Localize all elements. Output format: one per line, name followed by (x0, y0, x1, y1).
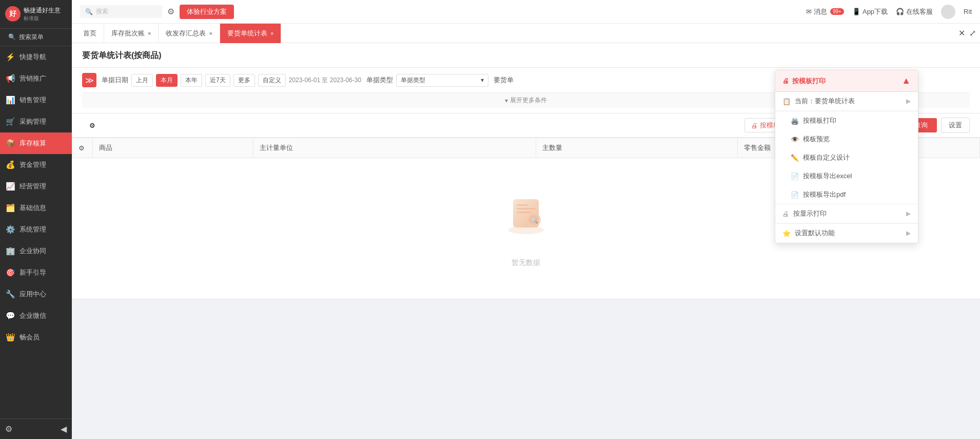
app-download-btn[interactable]: 📱 App下载 (852, 7, 888, 16)
tab-batch[interactable]: 库存批次账 × (104, 24, 159, 43)
tab-batch-close[interactable]: × (148, 30, 151, 36)
template-design-icon: ✏️ (791, 154, 799, 162)
vip-icon: 👑 (5, 332, 15, 342)
sidebar-item-finance[interactable]: 💰 资金管理 (0, 154, 72, 176)
online-service-btn[interactable]: 🎧 在线客服 (896, 7, 933, 16)
messages-btn[interactable]: ✉ 消息 99+ (806, 7, 844, 16)
date-filter-group: 单据日期 上月 本月 本年 近7天 更多 自定义 2023-06-01 至 20… (102, 74, 361, 87)
sidebar-item-basic[interactable]: 🗂️ 基础信息 (0, 197, 72, 219)
col-product: 商品 (93, 138, 253, 158)
template-preview-icon: 👁️ (791, 136, 799, 143)
tabbar-close-all-icon[interactable]: ✕ (958, 28, 965, 38)
sidebar-item-system[interactable]: ⚙️ 系统管理 (0, 219, 72, 240)
tab-order-stats-close[interactable]: × (270, 30, 273, 36)
user-name: Rit (964, 8, 972, 15)
marketing-icon: 📢 (5, 73, 15, 84)
sidebar-item-vip[interactable]: 👑 畅会员 (0, 327, 72, 348)
type-select[interactable]: 单据类型 ▾ (396, 74, 488, 87)
wechat-icon: 💬 (5, 311, 15, 321)
basic-icon: 🗂️ (5, 203, 15, 213)
svg-rect-5 (517, 212, 531, 213)
date-btn-7days[interactable]: 近7天 (205, 74, 230, 87)
finance-icon: 💰 (5, 160, 15, 170)
date-btn-last-month[interactable]: 上月 (131, 74, 153, 87)
dropdown-items-section: 🖨️ 按模板打印 👁️ 模板预览 ✏️ 模板自定义设计 (775, 111, 918, 204)
settings-btn[interactable]: 设置 (941, 118, 970, 133)
tab-home[interactable]: 首页 (76, 24, 104, 43)
sidebar-item-wechat[interactable]: 💬 企业微信 (0, 305, 72, 327)
sidebar-item-marketing[interactable]: 📢 营销推广 (0, 68, 72, 89)
settings-footer-icon[interactable]: ⚙ (5, 424, 12, 434)
filter-collapse-btn[interactable]: ≫ (82, 73, 96, 87)
service-icon: 🎧 (896, 8, 904, 15)
svg-rect-4 (517, 208, 535, 209)
enterprise-icon: 🏢 (5, 246, 15, 256)
current-chevron-icon: ▶ (906, 98, 911, 105)
dropdown-current-item[interactable]: 📋 当前：要货单统计表 ▶ (775, 92, 918, 111)
date-btn-more[interactable]: 更多 (233, 74, 255, 87)
dropdown-set-default[interactable]: ⭐ 设置默认功能 ▶ (775, 224, 918, 243)
date-btn-this-month[interactable]: 本月 (156, 74, 178, 87)
date-btn-this-year[interactable]: 本年 (181, 74, 202, 87)
toolbar-left: ⚙ (82, 122, 103, 129)
date-btn-custom[interactable]: 自定义 (258, 74, 286, 87)
tabbar-expand-icon[interactable]: ⤢ (969, 28, 976, 38)
message-icon: ✉ (806, 8, 812, 15)
print-dropdown: 🖨 按模板打印 ▲ 📋 当前：要货单统计表 ▶ 🖨️ (775, 70, 918, 244)
dropdown-item-template-print[interactable]: 🖨️ 按模板打印 (775, 111, 918, 130)
avatar[interactable] (941, 5, 955, 19)
current-item-left: 📋 当前：要货单统计表 (782, 97, 855, 106)
search-icon: 🔍 (8, 33, 16, 41)
collapse-icon[interactable]: ◀ (61, 424, 67, 434)
dropdown-item-template-preview[interactable]: 👁️ 模板预览 (775, 130, 918, 148)
topbar-gear-icon[interactable]: ⚙ (167, 7, 174, 16)
sidebar-item-appstore[interactable]: 🔧 应用中心 (0, 283, 72, 305)
sidebar-item-operations[interactable]: 📈 经营管理 (0, 176, 72, 197)
sidebar-footer: ⚙ ◀ (0, 418, 72, 439)
topbar-search-box[interactable]: 🔍 搜索 (80, 5, 162, 18)
printer-dropdown-icon: 🖨 (782, 77, 789, 85)
dropdown-item-export-excel[interactable]: 📄 按模板导出excel (775, 167, 918, 185)
sidebar-search[interactable]: 🔍 搜索菜单 (0, 29, 72, 46)
tab-order-stats[interactable]: 要货单统计表 × (220, 24, 281, 43)
dropdown-item-template-design[interactable]: ✏️ 模板自定义设计 (775, 148, 918, 167)
tabbar-actions: ✕ ⤢ (958, 28, 976, 38)
download-icon: 📱 (852, 8, 860, 15)
operations-icon: 📈 (5, 181, 15, 192)
sales-icon: 📊 (5, 95, 15, 105)
quick-nav-icon: ⚡ (5, 52, 15, 62)
empty-illustration: 🔍 (500, 189, 552, 250)
main-content: 🔍 搜索 ⚙ 体验行业方案 ✉ 消息 99+ 📱 App下载 🎧 在线客服 Ri… (72, 0, 980, 439)
dropdown-item-export-pdf[interactable]: 📄 按模板导出pdf (775, 185, 918, 204)
dropdown-display-print-section: 🖨 按显示打印 ▶ (775, 204, 918, 224)
page-title: 要货单统计表(按商品) (82, 50, 970, 61)
col-quantity: 主数量 (536, 138, 737, 158)
tab-summary[interactable]: 收发存汇总表 × (159, 24, 220, 43)
table-col-settings[interactable]: ⚙ (82, 122, 103, 129)
inventory-icon: 📦 (5, 138, 15, 148)
industry-btn[interactable]: 体验行业方案 (180, 5, 234, 19)
sidebar: 好 畅捷通好生意 标准版 🔍 搜索菜单 ⚡ 快捷导航 📢 营销推广 📊 销售管理… (0, 0, 72, 439)
purchase-icon: 🛒 (5, 117, 15, 127)
sidebar-item-guide[interactable]: 🎯 新手引导 (0, 262, 72, 283)
dropdown-close-icon[interactable]: ▲ (901, 75, 911, 86)
system-icon: ⚙️ (5, 224, 15, 235)
logo-text: 畅捷通好生意 标准版 (24, 6, 61, 22)
sidebar-item-enterprise[interactable]: 🏢 企业协同 (0, 240, 72, 262)
table-col-settings-header[interactable]: ⚙ (72, 138, 93, 158)
topbar-left: 🔍 搜索 ⚙ 体验行业方案 (80, 5, 234, 19)
sidebar-item-purchase[interactable]: 🛒 采购管理 (0, 111, 72, 132)
type-filter-group: 单据类型 单据类型 ▾ (366, 74, 488, 87)
chevron-down-icon: ▾ (481, 77, 484, 84)
svg-rect-3 (517, 204, 528, 206)
app-logo: 好 畅捷通好生意 标准版 (0, 0, 72, 29)
sidebar-item-inventory[interactable]: 📦 库存核算 (0, 132, 72, 154)
sidebar-item-quick-nav[interactable]: ⚡ 快捷导航 (0, 46, 72, 68)
sidebar-item-sales[interactable]: 📊 销售管理 (0, 89, 72, 111)
logo-icon: 好 (5, 6, 21, 22)
topbar-search-icon: 🔍 (85, 8, 93, 15)
tab-summary-close[interactable]: × (209, 30, 212, 36)
export-excel-icon: 📄 (791, 173, 799, 180)
dropdown-display-print[interactable]: 🖨 按显示打印 ▶ (775, 204, 918, 223)
dropdown-header: 🖨 按模板打印 ▲ (775, 70, 918, 92)
